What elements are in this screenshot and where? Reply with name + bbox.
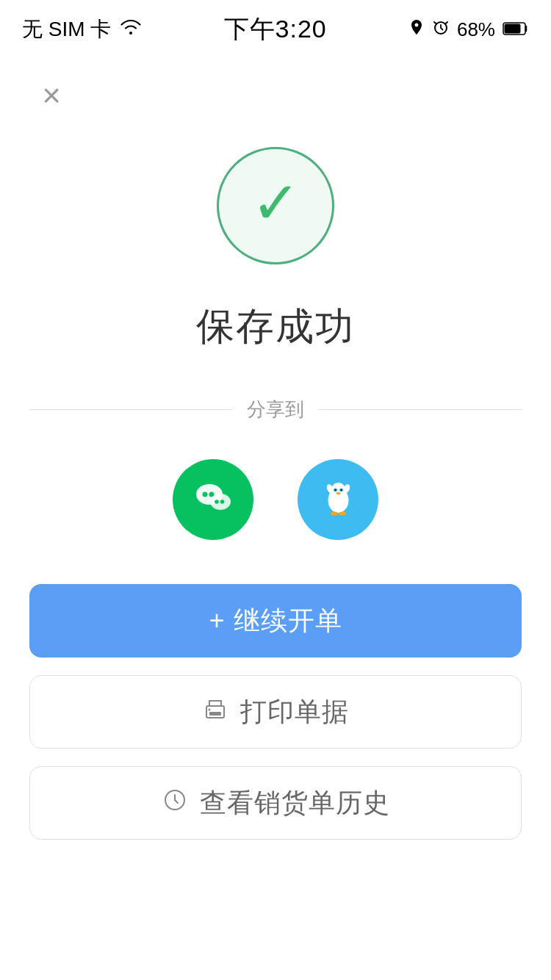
success-title: 保存成功: [196, 301, 355, 353]
status-bar: 无 SIM 卡 下午3:20 68%: [0, 0, 551, 59]
close-button-container: ×: [29, 73, 522, 118]
continue-button-label: + 继续开单: [209, 603, 342, 639]
action-buttons: + 继续开单 打印单据 查看销货单历史: [29, 584, 522, 840]
svg-point-4: [202, 491, 207, 497]
main-content: × ✓ 保存成功 分享到: [0, 59, 551, 854]
svg-point-15: [336, 491, 340, 494]
svg-point-17: [339, 511, 346, 515]
qq-icon: [314, 476, 362, 524]
close-button[interactable]: ×: [29, 73, 73, 118]
check-icon: ✓: [251, 174, 300, 233]
svg-rect-2: [504, 24, 520, 33]
history-button[interactable]: 查看销货单历史: [29, 766, 522, 840]
continue-button[interactable]: + 继续开单: [29, 584, 522, 657]
wifi-icon: [120, 18, 142, 41]
history-icon: [162, 787, 188, 819]
divider-line-right: [319, 409, 522, 410]
share-divider: 分享到: [29, 397, 522, 422]
battery-percentage: 68%: [457, 18, 495, 41]
share-label: 分享到: [247, 397, 304, 422]
no-sim-text: 无 SIM 卡: [22, 15, 111, 43]
share-section: 分享到: [29, 397, 522, 540]
svg-point-8: [220, 500, 224, 504]
print-button[interactable]: 打印单据: [29, 675, 522, 749]
svg-point-7: [215, 500, 219, 504]
history-button-label: 查看销货单历史: [200, 785, 390, 821]
svg-point-10: [331, 483, 345, 499]
qq-share-button[interactable]: [298, 459, 378, 540]
svg-point-22: [209, 709, 211, 711]
alarm-icon: [432, 18, 450, 41]
svg-point-14: [340, 489, 342, 490]
battery-icon: [503, 18, 529, 41]
share-icons: [173, 459, 378, 540]
status-right: 68%: [408, 18, 529, 41]
wechat-icon: [190, 476, 237, 524]
svg-point-13: [334, 489, 336, 490]
divider-line-left: [29, 409, 232, 410]
wechat-share-button[interactable]: [173, 459, 253, 540]
status-left: 无 SIM 卡: [22, 15, 142, 43]
location-icon: [408, 18, 425, 41]
print-icon: [202, 696, 228, 728]
svg-rect-21: [209, 712, 221, 716]
print-button-label: 打印单据: [240, 694, 349, 730]
success-circle: ✓: [217, 147, 334, 264]
status-time: 下午3:20: [224, 12, 327, 46]
close-icon: ×: [42, 79, 61, 112]
svg-point-16: [331, 511, 338, 515]
